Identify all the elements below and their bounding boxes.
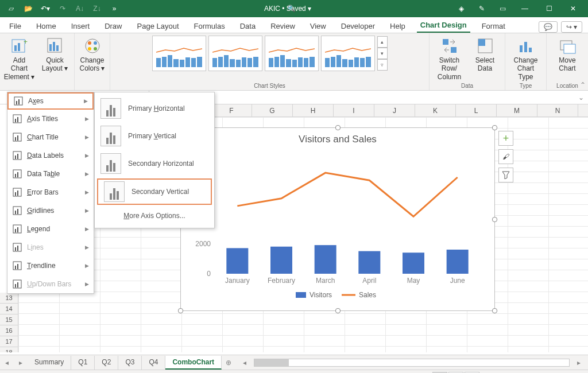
menu-legend[interactable]: Legend▶ (7, 220, 94, 238)
hscroll-left[interactable]: ◂ (238, 359, 252, 367)
chart-styles-button[interactable]: 🖌 (498, 149, 513, 164)
tab-help[interactable]: Help (386, 20, 409, 33)
sheet-tab-q1[interactable]: Q1 (71, 356, 95, 370)
tab-data[interactable]: Data (237, 20, 259, 33)
tab-format[interactable]: Format (478, 20, 509, 33)
embedded-chart[interactable]: Visitors and Sales 02000400060008000Janu… (180, 127, 495, 311)
move-chart-button[interactable]: Move Chart (550, 36, 585, 74)
sort-asc-icon[interactable]: A↓ (72, 1, 87, 16)
svg-text:2000: 2000 (195, 240, 211, 248)
sheet-tab-q4[interactable]: Q4 (142, 356, 165, 370)
close-button[interactable]: ✕ (562, 0, 585, 17)
svg-rect-60 (17, 191, 18, 196)
menu-icon (12, 132, 22, 142)
sheet-tab-combochart[interactable]: ComboChart (165, 356, 222, 370)
add-chart-element-menu: Axes▶Axis Titles▶Chart Title▶Data Labels… (7, 92, 94, 294)
svg-rect-33 (358, 251, 380, 274)
svg-rect-44 (16, 101, 17, 104)
menu-chart-title[interactable]: Chart Title▶ (7, 128, 94, 146)
diamond-icon[interactable]: ◈ (454, 1, 469, 16)
type-group-label: Type (520, 83, 532, 90)
search-icon[interactable]: 🔍 (284, 1, 299, 16)
tab-review[interactable]: Review (267, 20, 299, 33)
chart-style-1[interactable] (152, 36, 206, 71)
qat-overflow-icon[interactable]: » (107, 1, 122, 16)
tab-developer[interactable]: Developer (338, 20, 378, 33)
chart-side-tools: + 🖌 (498, 131, 513, 182)
sheet-tab-summary[interactable]: Summary (28, 356, 71, 370)
row-headers[interactable]: 131415161718 (0, 293, 18, 352)
submenu-primary-horizontal[interactable]: Primary Horizontal (95, 95, 214, 122)
chart-style-scroll[interactable]: ▴▾▿ (377, 36, 388, 71)
chart-styles-gallery[interactable]: ▴▾▿ (152, 36, 388, 71)
open-icon[interactable]: 📂 (21, 1, 36, 16)
svg-rect-29 (270, 247, 292, 274)
column-headers[interactable]: FGHIJKLMN (211, 104, 588, 117)
svg-rect-51 (17, 135, 18, 141)
submenu-secondary-horizontal[interactable]: Secondary Horizontal (95, 150, 214, 177)
menu-data-labels[interactable]: Data Labels▶ (7, 146, 94, 165)
more-axis-options[interactable]: More Axis Options... (95, 206, 214, 226)
formula-expand-icon[interactable]: ⌄ (577, 94, 586, 102)
chart-title[interactable]: Visitors and Sales (181, 128, 494, 147)
sheet-nav-prev[interactable]: ◂ (0, 359, 14, 367)
tab-file[interactable]: File (6, 20, 25, 33)
svg-rect-48 (17, 117, 18, 122)
tab-formulas[interactable]: Formulas (191, 20, 229, 33)
hscroll-right[interactable]: ▸ (572, 359, 586, 367)
change-colors-label: Change Colors ▾ (77, 56, 108, 73)
svg-rect-14 (451, 47, 457, 53)
maximize-button[interactable]: ☐ (537, 0, 560, 17)
chart-filter-button[interactable] (498, 168, 513, 182)
ribbon-display-icon[interactable]: ▭ (495, 1, 510, 16)
select-data-button[interactable]: Select Data (467, 36, 503, 82)
share-button[interactable]: ↪ ▾ (561, 21, 582, 33)
svg-text:April: April (362, 277, 376, 285)
tab-view[interactable]: View (307, 20, 330, 33)
sort-desc-icon[interactable]: Z↓ (90, 1, 105, 16)
sheet-tab-q2[interactable]: Q2 (95, 356, 118, 370)
submenu-primary-vertical[interactable]: Primary Vertical (95, 122, 214, 150)
wand-icon[interactable]: ✎ (474, 1, 489, 16)
horizontal-scrollbar[interactable] (254, 359, 570, 367)
menu-trendline[interactable]: Trendline▶ (7, 257, 94, 275)
chart-plot-area[interactable]: 02000400060008000JanuaryFebruaryMarchApr… (181, 147, 496, 308)
redo-icon[interactable]: ↷ (55, 1, 70, 16)
chart-elements-button[interactable]: + (498, 131, 513, 146)
comments-button[interactable]: 💬 (539, 21, 558, 33)
chart-style-4[interactable] (321, 36, 375, 71)
submenu-secondary-vertical[interactable]: Secondary Vertical (97, 178, 212, 205)
tab-draw[interactable]: Draw (101, 20, 125, 33)
svg-rect-16 (478, 39, 485, 46)
menu-error-bars[interactable]: Error Bars▶ (7, 183, 94, 201)
quick-layout-button[interactable]: Quick Layout ▾ (37, 36, 73, 82)
menu-gridlines[interactable]: Gridlines▶ (7, 201, 94, 220)
switch-row-column-button[interactable]: Switch Row/ Column (432, 36, 467, 82)
new-sheet-button[interactable]: ⊕ (222, 359, 235, 367)
menu-icon (12, 205, 22, 216)
svg-rect-47 (15, 119, 16, 122)
menu-axes[interactable]: Axes▶ (7, 92, 94, 110)
sheet-tab-q3[interactable]: Q3 (118, 356, 142, 370)
svg-rect-21 (564, 44, 575, 53)
svg-rect-71 (15, 266, 16, 269)
tab-home[interactable]: Home (33, 20, 60, 33)
sheet-nav-next[interactable]: ▸ (14, 359, 28, 367)
tab-insert[interactable]: Insert (68, 20, 94, 33)
undo-icon[interactable]: ↶▾ (38, 1, 53, 16)
menu-axis-titles[interactable]: Axis Titles▶ (7, 110, 94, 128)
svg-rect-1 (14, 45, 17, 51)
collapse-ribbon-icon[interactable]: ⌃ (580, 81, 586, 89)
chart-style-3[interactable] (265, 36, 319, 71)
new-file-icon[interactable]: ▱ (3, 1, 18, 16)
change-chart-type-button[interactable]: Change Chart Type (508, 36, 544, 82)
change-colors-button[interactable]: Change Colors ▾ (75, 36, 110, 74)
minimize-button[interactable]: — (513, 0, 536, 17)
svg-rect-45 (18, 99, 20, 104)
tab-chart-design[interactable]: Chart Design (417, 18, 470, 33)
chart-style-2[interactable] (208, 36, 262, 71)
tab-page-layout[interactable]: Page Layout (134, 20, 183, 33)
menu-data-table[interactable]: Data Table▶ (7, 165, 94, 183)
add-chart-element-button[interactable]: + Add Chart Element ▾ (2, 36, 37, 82)
data-group-label: Data (461, 83, 473, 90)
